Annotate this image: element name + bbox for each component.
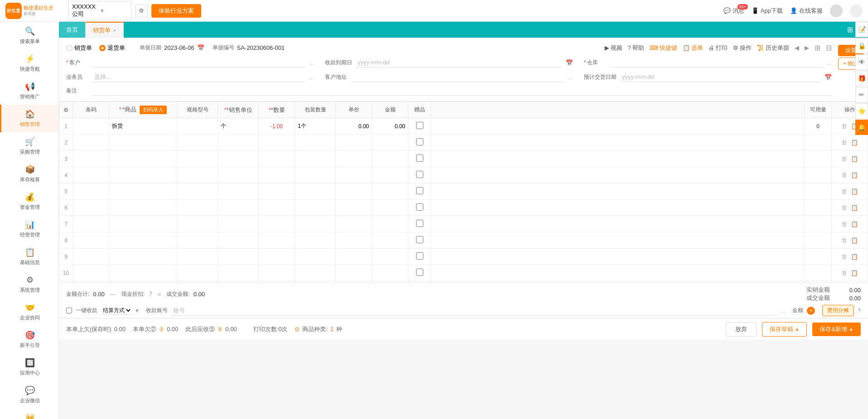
sidebar-item-wechat[interactable]: 💬 企业微信 — [0, 381, 58, 409]
cell-gift[interactable] — [408, 135, 431, 151]
shortcut-btn[interactable]: ⌨快捷键 — [650, 44, 677, 52]
add-payment-button[interactable]: + — [807, 307, 815, 315]
cell-barcode[interactable] — [73, 216, 109, 232]
fee-info-icon[interactable]: ? — [858, 308, 861, 314]
cell-unit[interactable] — [218, 167, 259, 183]
sidebar-item-member[interactable]: 👑 畅会员 — [0, 409, 58, 419]
cell-gift[interactable] — [408, 200, 431, 216]
cell-pack-qty[interactable] — [295, 232, 336, 249]
discard-button[interactable]: 放弃 — [726, 322, 756, 337]
account-input[interactable] — [171, 306, 776, 316]
cell-spec[interactable] — [177, 135, 218, 151]
cell-price[interactable] — [336, 265, 372, 281]
cell-price[interactable] — [336, 167, 372, 183]
customer-input[interactable] — [92, 58, 305, 67]
cell-spec[interactable] — [177, 183, 218, 200]
row-delete-icon[interactable]: 🗑 — [841, 204, 847, 211]
tab-close-icon[interactable]: × — [113, 28, 116, 33]
history-btn[interactable]: 📜历史单据 — [757, 44, 789, 52]
right-panel-note[interactable]: 📝 — [855, 22, 868, 37]
sidebar-item-purchase[interactable]: 🛒 采购管理 — [0, 132, 58, 160]
right-panel-orange[interactable]: 🔔 — [855, 120, 868, 135]
cell-amount[interactable] — [372, 151, 408, 167]
cell-qty[interactable] — [259, 151, 295, 167]
cell-gift[interactable] — [408, 151, 431, 167]
cell-price[interactable] — [336, 216, 372, 232]
tab-sales-order[interactable]: 销货单 × — [86, 22, 124, 38]
cell-unit[interactable] — [218, 151, 259, 167]
warehouse-suffix[interactable]: ... — [827, 59, 832, 66]
cell-product[interactable] — [109, 265, 177, 281]
one-click-checkbox[interactable] — [66, 308, 72, 313]
company-selector[interactable]: XXXXXX公司 ▾ — [68, 1, 131, 20]
right-panel-lock[interactable]: 🔒 — [855, 38, 868, 53]
cell-unit[interactable] — [218, 118, 259, 135]
cell-pack-qty[interactable] — [295, 249, 336, 265]
right-panel-eye[interactable]: 👁 — [855, 54, 868, 70]
cell-barcode[interactable] — [73, 249, 109, 265]
tab-list-view-icon[interactable]: ⊞ — [847, 25, 853, 34]
row-delete-icon[interactable]: 🗑 — [841, 188, 847, 195]
row-copy-icon[interactable]: 📋 — [851, 155, 858, 162]
sidebar-item-enterprise[interactable]: 🤝 企业协同 — [0, 298, 58, 326]
sidebar-item-shortcut[interactable]: ⚡ 快捷导航 — [0, 49, 58, 77]
cell-pack-qty[interactable] — [295, 167, 336, 183]
cell-pack-qty[interactable] — [295, 200, 336, 216]
sidebar-item-appstore[interactable]: 🔲 应用中心 — [0, 353, 58, 381]
cell-pack-qty[interactable] — [295, 135, 336, 151]
due-date-input[interactable] — [356, 58, 562, 67]
cell-qty[interactable] — [259, 216, 295, 232]
save-new-button[interactable]: 保存&新增 ▲ — [812, 323, 861, 336]
row-copy-icon[interactable]: 📋 — [851, 270, 858, 276]
salesman-suffix[interactable]: ... — [309, 74, 314, 81]
app-download-button[interactable]: 📱 App下载 — [752, 7, 783, 15]
cell-barcode[interactable] — [73, 118, 109, 135]
cell-qty[interactable] — [259, 135, 295, 151]
row-copy-icon[interactable]: 📋 — [851, 204, 858, 211]
product-type[interactable]: ⊙ 商品种类: 1 种 — [295, 325, 342, 333]
cell-spec[interactable] — [177, 265, 218, 281]
cell-price[interactable] — [336, 200, 372, 216]
cell-amount[interactable] — [372, 200, 408, 216]
cell-barcode[interactable] — [73, 200, 109, 216]
customer-suffix[interactable]: ... — [309, 59, 314, 66]
row-delete-icon[interactable]: 🗑 — [841, 139, 847, 146]
cell-product[interactable] — [109, 249, 177, 265]
salesman-input[interactable] — [92, 72, 305, 82]
avatar[interactable] — [830, 5, 843, 17]
fee-split-button[interactable]: 费用分摊 — [822, 305, 854, 316]
message-button[interactable]: 💬 消息 99+ — [723, 7, 744, 15]
cell-product[interactable] — [109, 232, 177, 249]
cell-qty[interactable] — [259, 167, 295, 183]
view-grid-icon[interactable]: ⊟ — [826, 43, 832, 52]
sidebar-item-system[interactable]: ⚙ 系统管理 — [0, 270, 58, 298]
view-list-icon[interactable]: ⊞ — [815, 43, 820, 52]
sidebar-item-newbie[interactable]: 🎯 新手引导 — [0, 326, 58, 353]
sidebar-item-finance[interactable]: 💰 资金管理 — [0, 188, 58, 215]
cell-gift[interactable] — [408, 167, 431, 183]
cell-pack-qty[interactable] — [295, 151, 336, 167]
cell-price[interactable] — [336, 151, 372, 167]
cell-barcode[interactable] — [73, 232, 109, 249]
row-copy-icon[interactable]: 📋 — [851, 221, 858, 227]
cell-pack-qty[interactable] — [295, 183, 336, 200]
cell-barcode[interactable] — [73, 167, 109, 183]
should-receive-info-icon[interactable]: ⑤ — [218, 326, 223, 332]
row-copy-icon[interactable]: 📋 — [851, 253, 858, 260]
cell-spec[interactable] — [177, 167, 218, 183]
cell-product[interactable] — [109, 135, 177, 151]
cell-barcode[interactable] — [73, 183, 109, 200]
nav-prev-icon[interactable]: ◀ — [795, 44, 799, 51]
cell-price[interactable] — [336, 232, 372, 249]
row-copy-icon[interactable]: 📋 — [851, 172, 858, 178]
cell-unit[interactable] — [218, 216, 259, 232]
print-btn[interactable]: 🖨打印 — [708, 44, 727, 52]
th-settings[interactable]: ⚙ — [59, 102, 73, 118]
cell-product[interactable] — [109, 118, 177, 135]
cell-qty[interactable] — [259, 118, 295, 135]
cell-unit[interactable] — [218, 135, 259, 151]
cell-spec[interactable] — [177, 232, 218, 249]
cell-price[interactable] — [336, 249, 372, 265]
row-delete-icon[interactable]: 🗑 — [841, 237, 847, 244]
cumulative-info-icon[interactable]: ② — [159, 326, 164, 332]
